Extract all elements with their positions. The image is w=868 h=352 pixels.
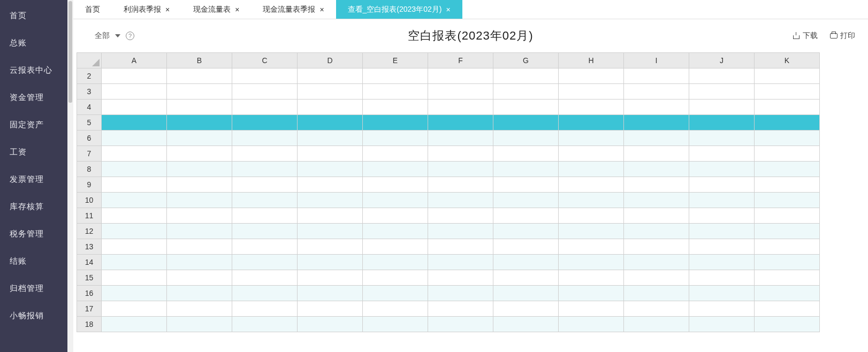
cell-H2[interactable] [559, 68, 624, 84]
cell-F8[interactable] [428, 162, 493, 177]
cell-J13[interactable] [689, 239, 755, 255]
cell-I11[interactable] [624, 208, 689, 224]
cell-F2[interactable] [428, 68, 493, 84]
cell-J18[interactable] [689, 317, 755, 332]
sidebar-item-3[interactable]: 资金管理 [0, 84, 67, 111]
cell-B10[interactable] [167, 193, 232, 208]
cell-A2[interactable] [102, 68, 167, 84]
cell-K4[interactable] [755, 100, 820, 115]
cell-K14[interactable] [755, 255, 820, 270]
cell-D12[interactable] [298, 224, 363, 239]
row-header-8[interactable]: 8 [77, 162, 102, 177]
select-all-corner[interactable] [77, 53, 102, 68]
cell-F3[interactable] [428, 84, 493, 100]
cell-F18[interactable] [428, 317, 493, 332]
cell-G5[interactable] [493, 115, 559, 131]
cell-F15[interactable] [428, 270, 493, 286]
row-header-16[interactable]: 16 [77, 286, 102, 301]
cell-H10[interactable] [559, 193, 624, 208]
column-header-I[interactable]: I [624, 53, 689, 68]
cell-G16[interactable] [493, 286, 559, 301]
cell-A4[interactable] [102, 100, 167, 115]
cell-H18[interactable] [559, 317, 624, 332]
cell-A5[interactable] [102, 115, 167, 131]
cell-B9[interactable] [167, 177, 232, 193]
cell-F9[interactable] [428, 177, 493, 193]
cell-D17[interactable] [298, 301, 363, 317]
close-icon[interactable]: × [319, 6, 324, 13]
cell-I10[interactable] [624, 193, 689, 208]
cell-J2[interactable] [689, 68, 755, 84]
cell-D9[interactable] [298, 177, 363, 193]
sidebar-item-7[interactable]: 库存核算 [0, 193, 67, 220]
row-header-12[interactable]: 12 [77, 224, 102, 239]
cell-G18[interactable] [493, 317, 559, 332]
cell-J6[interactable] [689, 131, 755, 146]
cell-J10[interactable] [689, 193, 755, 208]
cell-J4[interactable] [689, 100, 755, 115]
cell-I18[interactable] [624, 317, 689, 332]
cell-G3[interactable] [493, 84, 559, 100]
cell-B5[interactable] [167, 115, 232, 131]
cell-C12[interactable] [232, 224, 298, 239]
cell-C13[interactable] [232, 239, 298, 255]
cell-E16[interactable] [363, 286, 428, 301]
cell-G2[interactable] [493, 68, 559, 84]
cell-J9[interactable] [689, 177, 755, 193]
cell-A13[interactable] [102, 239, 167, 255]
column-header-D[interactable]: D [298, 53, 363, 68]
cell-D18[interactable] [298, 317, 363, 332]
cell-B7[interactable] [167, 146, 232, 162]
tab-0[interactable]: 首页 [73, 0, 112, 19]
cell-G10[interactable] [493, 193, 559, 208]
cell-G11[interactable] [493, 208, 559, 224]
cell-F12[interactable] [428, 224, 493, 239]
spreadsheet[interactable]: ABCDEFGHIJK23456789101112131415161718 [73, 52, 868, 352]
cell-C11[interactable] [232, 208, 298, 224]
cell-E9[interactable] [363, 177, 428, 193]
cell-A9[interactable] [102, 177, 167, 193]
cell-H6[interactable] [559, 131, 624, 146]
cell-H7[interactable] [559, 146, 624, 162]
cell-H8[interactable] [559, 162, 624, 177]
cell-B14[interactable] [167, 255, 232, 270]
cell-A12[interactable] [102, 224, 167, 239]
cell-C10[interactable] [232, 193, 298, 208]
sidebar-item-8[interactable]: 税务管理 [0, 220, 67, 248]
cell-J16[interactable] [689, 286, 755, 301]
cell-C6[interactable] [232, 131, 298, 146]
cell-J15[interactable] [689, 270, 755, 286]
cell-F7[interactable] [428, 146, 493, 162]
cell-J11[interactable] [689, 208, 755, 224]
cell-G7[interactable] [493, 146, 559, 162]
sidebar-item-11[interactable]: 小畅报销 [0, 302, 67, 330]
cell-B16[interactable] [167, 286, 232, 301]
cell-I4[interactable] [624, 100, 689, 115]
row-header-10[interactable]: 10 [77, 193, 102, 208]
filter-dropdown[interactable]: 全部 ? [95, 31, 134, 41]
cell-E3[interactable] [363, 84, 428, 100]
sidebar-item-10[interactable]: 归档管理 [0, 275, 67, 302]
cell-I8[interactable] [624, 162, 689, 177]
cell-H11[interactable] [559, 208, 624, 224]
cell-G8[interactable] [493, 162, 559, 177]
cell-D6[interactable] [298, 131, 363, 146]
cell-B4[interactable] [167, 100, 232, 115]
cell-E2[interactable] [363, 68, 428, 84]
column-header-K[interactable]: K [755, 53, 820, 68]
cell-K3[interactable] [755, 84, 820, 100]
tab-4[interactable]: 查看_空白报表(2023年02月)× [336, 0, 462, 19]
cell-B13[interactable] [167, 239, 232, 255]
cell-E17[interactable] [363, 301, 428, 317]
cell-I12[interactable] [624, 224, 689, 239]
cell-H15[interactable] [559, 270, 624, 286]
cell-D10[interactable] [298, 193, 363, 208]
cell-F5[interactable] [428, 115, 493, 131]
row-header-18[interactable]: 18 [77, 317, 102, 332]
cell-I3[interactable] [624, 84, 689, 100]
cell-A11[interactable] [102, 208, 167, 224]
cell-B11[interactable] [167, 208, 232, 224]
cell-K12[interactable] [755, 224, 820, 239]
cell-H17[interactable] [559, 301, 624, 317]
cell-B8[interactable] [167, 162, 232, 177]
